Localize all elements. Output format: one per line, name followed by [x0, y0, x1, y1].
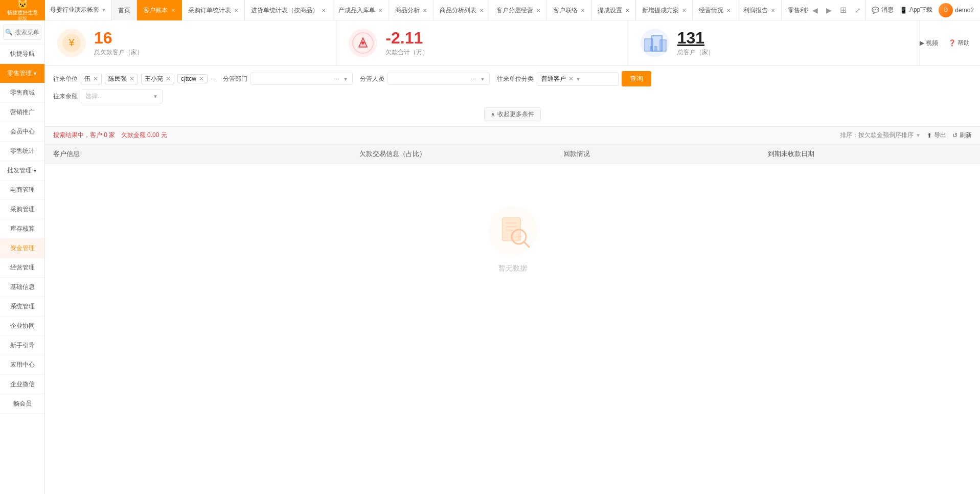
tab-new-promotion-close[interactable]: ✕ — [682, 8, 686, 13]
tab-customer-contact[interactable]: 客户联络 ✕ — [547, 0, 591, 20]
account-selector-label: 母婴行业演示帐套 — [50, 6, 99, 14]
user-avatar-btn[interactable]: D demo2 — [939, 3, 974, 17]
chevron-icon: ▼ — [33, 71, 37, 76]
result-actions: 排序：按欠款金额倒序排序 ▼ ⬆ 导出 ↺ 刷新 — [840, 131, 972, 140]
sidebar-item-retail-mgmt[interactable]: 零售管理 ▼ — [0, 64, 44, 83]
sidebar-item-marketing[interactable]: 营销推广 — [0, 103, 44, 122]
app-download-label: App下载 — [909, 6, 932, 14]
sidebar-new-guide-label: 新手引导 — [10, 342, 35, 349]
filter-tag-cjttcw-remove[interactable]: ✕ — [199, 75, 204, 82]
query-button[interactable]: 查询 — [622, 71, 651, 86]
sidebar-item-finance[interactable]: 资金管理 — [0, 239, 44, 258]
filter-unit-class-chevron: ▼ — [576, 76, 581, 82]
sidebar-item-enterprise-wechat[interactable]: 企业微信 — [0, 375, 44, 394]
sidebar-item-enterprise-collab[interactable]: 企业协同 — [0, 317, 44, 336]
sidebar-item-app-center[interactable]: 应用中心 — [0, 355, 44, 375]
filter-unit-class-label: 往来单位分类 — [497, 75, 534, 83]
tab-new-promotion[interactable]: 新增提成方案 ✕ — [636, 0, 693, 20]
tab-home[interactable]: 首页 — [112, 0, 137, 20]
sort-select[interactable]: 排序：按欠款金额倒序排序 ▼ — [840, 131, 921, 140]
tab-purchase-stats-close[interactable]: ✕ — [234, 8, 238, 13]
stat-debt-icon: ✦ — [349, 29, 377, 57]
filter-more-tags[interactable]: ··· — [211, 75, 216, 82]
tab-product-analysis-close[interactable]: ✕ — [423, 8, 427, 13]
sidebar-item-wholesale[interactable]: 批发管理 ▼ — [0, 161, 44, 181]
tab-purchase-stats[interactable]: 采购订单统计表 ✕ — [182, 0, 245, 20]
collapse-filter-btn[interactable]: ∧ 收起更多条件 — [484, 107, 541, 121]
tab-profit-report[interactable]: 利润报告 ✕ — [737, 0, 782, 20]
sidebar-item-retail-shop[interactable]: 零售商城 — [0, 83, 44, 103]
tab-prev-btn[interactable]: ◀ — [808, 6, 822, 14]
tab-customer-account-close[interactable]: ✕ — [171, 7, 175, 14]
filter-unit-class-select[interactable]: 普通客户 ✕ ▼ — [537, 72, 619, 86]
stat-total-debt: ✦ -2.11 欠款合计（万） — [336, 20, 628, 65]
sidebar-item-ecommerce[interactable]: 电商管理 — [0, 181, 44, 200]
tab-stock-stats-close[interactable]: ✕ — [322, 8, 326, 13]
tab-business-status-close[interactable]: ✕ — [726, 8, 731, 13]
tab-customer-tier[interactable]: 客户分层经营 ✕ — [490, 0, 547, 20]
svg-text:¥: ¥ — [68, 37, 75, 48]
tab-retail-profit[interactable]: 零售利润报 ✕ ◄ — [782, 0, 808, 20]
th-overdue-date: 到期未收款日期 — [768, 149, 972, 159]
filter-unit-class-remove[interactable]: ✕ — [568, 75, 574, 82]
tab-profit-report-close[interactable]: ✕ — [771, 8, 775, 13]
filter-dept-select[interactable]: ··· ▼ — [250, 73, 353, 85]
tab-expand-btn[interactable]: ⊞ — [836, 5, 851, 15]
stat-clients-label: 总客户（家） — [677, 48, 714, 57]
tab-nav-controls: ◀ ▶ ⊞ ⤢ — [808, 0, 865, 20]
sidebar-search-btn[interactable]: 🔍 搜索菜单 — [3, 25, 41, 40]
sidebar-finance-label: 资金管理 — [10, 244, 35, 252]
export-btn[interactable]: ⬆ 导出 — [927, 131, 946, 140]
sidebar-inventory-label: 库存核算 — [10, 225, 35, 232]
message-btn[interactable]: 💬 消息 — [872, 6, 894, 14]
sidebar-item-new-guide[interactable]: 新手引导 — [0, 336, 44, 355]
filter-dept-more-dots[interactable]: ··· — [332, 75, 341, 82]
filter-balance-chevron: ▼ — [153, 94, 158, 99]
tab-promotion-settings-label: 提成设置 — [598, 6, 622, 15]
filter-person-more-dots[interactable]: ··· — [469, 75, 478, 82]
refresh-btn[interactable]: ↺ 刷新 — [952, 131, 972, 140]
filter-balance-label: 往来余额 — [53, 92, 78, 101]
result-info: 搜索结果中，客户 0 家 欠款金额 0.00 元 — [53, 131, 167, 140]
sidebar-item-quick-nav[interactable]: 快捷导航 — [0, 44, 44, 64]
sidebar-system-label: 系统管理 — [10, 303, 35, 310]
filter-person-select[interactable]: ··· ▼ — [388, 73, 490, 85]
filter-balance-select[interactable]: 选择... ▼ — [81, 89, 163, 103]
tab-promotion-settings-close[interactable]: ✕ — [625, 8, 629, 13]
tab-stock-stats[interactable]: 进货单统计表（按商品） ✕ — [245, 0, 332, 20]
tab-next-btn[interactable]: ▶ — [822, 6, 836, 14]
sidebar-item-member[interactable]: 会员中心 — [0, 122, 44, 142]
tab-product-analysis-list[interactable]: 商品分析列表 ✕ — [434, 0, 490, 20]
help-btn[interactable]: ❓ 帮助 — [948, 39, 970, 48]
sidebar-item-system[interactable]: 系统管理 — [0, 297, 44, 317]
filter-tag-wang-remove[interactable]: ✕ — [166, 75, 171, 82]
sidebar-item-inventory[interactable]: 库存核算 — [0, 219, 44, 239]
tab-fullscreen-btn[interactable]: ⤢ — [851, 6, 865, 14]
tab-customer-contact-label: 客户联络 — [553, 6, 578, 15]
sidebar-item-purchase[interactable]: 采购管理 — [0, 200, 44, 219]
tab-product-entry-close[interactable]: ✕ — [378, 8, 382, 13]
sidebar-retail-mgmt-label: 零售管理 — [7, 69, 32, 78]
sidebar-operations-label: 经营管理 — [10, 264, 35, 271]
tab-product-analysis-list-close[interactable]: ✕ — [480, 8, 484, 13]
sidebar-item-retail-stats[interactable]: 零售统计 — [0, 142, 44, 161]
tab-home-label: 首页 — [118, 6, 130, 15]
video-btn[interactable]: ▶ 视频 — [920, 39, 938, 48]
tab-product-entry[interactable]: 产成品入库单 ✕ — [332, 0, 389, 20]
tab-customer-tier-close[interactable]: ✕ — [536, 8, 540, 13]
tab-promotion-settings[interactable]: 提成设置 ✕ — [591, 0, 636, 20]
filter-tag-chen-remove[interactable]: ✕ — [129, 75, 134, 82]
message-icon: 💬 — [872, 7, 879, 14]
tab-product-analysis[interactable]: 商品分析 ✕ — [389, 0, 434, 20]
sidebar-item-basic-info[interactable]: 基础信息 — [0, 278, 44, 297]
tab-customer-account[interactable]: 客户账本 ✕ — [137, 0, 182, 20]
tab-customer-contact-close[interactable]: ✕ — [581, 8, 585, 13]
tab-business-status[interactable]: 经营情况 ✕ — [693, 0, 737, 20]
sidebar-item-vip-member[interactable]: 畅会员 — [0, 394, 44, 414]
account-selector[interactable]: 母婴行业演示帐套 ▼ — [45, 0, 112, 20]
filter-tag-wu-remove[interactable]: ✕ — [93, 75, 98, 82]
sidebar-item-operations[interactable]: 经营管理 — [0, 258, 44, 278]
stat-clients-icon — [641, 29, 669, 57]
help-icon: ❓ — [948, 39, 956, 47]
app-download-btn[interactable]: 📱 App下载 — [900, 6, 932, 14]
